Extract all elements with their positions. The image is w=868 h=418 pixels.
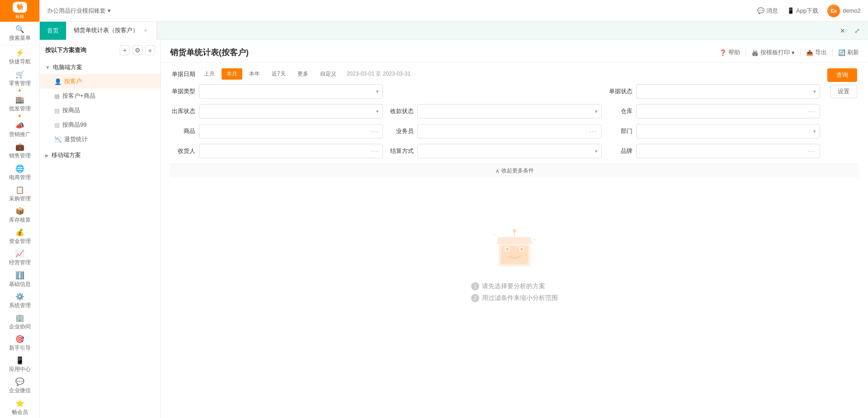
query-btn[interactable]: 查询	[827, 68, 857, 82]
scheme-by-product[interactable]: ▤ 按商品	[40, 103, 160, 118]
date-tab-last-month[interactable]: 上月	[199, 68, 220, 80]
scheme-by-customer[interactable]: 👤 按客户	[40, 74, 160, 89]
date-tab-last-7days[interactable]: 近7天	[267, 68, 291, 80]
department-arrow-icon: ▾	[813, 128, 816, 134]
salesman-label: 业务员	[388, 127, 414, 135]
product99-scheme-icon: ▤	[54, 122, 60, 128]
filter-settings-btn[interactable]: 设置	[830, 85, 857, 98]
scheme-by-product99[interactable]: ▤ 按商品99	[40, 118, 160, 132]
sidebar-item-retail[interactable]: 🛒 零售管理 ▲	[0, 68, 39, 94]
avatar: Ea	[827, 5, 840, 17]
ecommerce-label: 电商管理	[9, 174, 31, 181]
svg-point-9	[534, 238, 536, 240]
sidebar-item-basic[interactable]: ℹ️ 基础信息	[0, 269, 39, 290]
empty-state-step1: 1 请先选择要分析的方案	[471, 282, 558, 290]
receiver-dots-icon: ···	[371, 147, 379, 155]
filter-item-product: 商品 ···	[170, 124, 383, 138]
refresh-btn[interactable]: 🔄 刷新	[838, 48, 859, 57]
sidebar-item-marketing[interactable]: 📣 营销推广	[0, 119, 39, 141]
add-scheme-btn[interactable]: +	[120, 45, 130, 55]
template-print-btn[interactable]: 🖨️ 按模板打印 ▾	[751, 48, 795, 57]
warehouse-select[interactable]: ···	[636, 104, 820, 119]
message-btn[interactable]: 💬 消息	[757, 7, 778, 15]
tab-close-btn[interactable]: ×	[142, 27, 149, 34]
sidebar-item-finance[interactable]: 💰 资金管理	[0, 226, 39, 247]
corpwechat-label: 企业微信	[9, 387, 31, 394]
desktop-scheme-header[interactable]: ▼ 电脑端方案	[40, 61, 160, 74]
finance-icon: 💰	[15, 228, 24, 237]
collapse-more-btn[interactable]: ∧ 收起更多条件	[170, 164, 859, 177]
desktop-group-title: 电脑端方案	[53, 63, 82, 71]
sidebar-item-ecommerce[interactable]: 🌐 电商管理	[0, 162, 39, 183]
refresh-label: 刷新	[847, 48, 859, 57]
date-tab-this-year[interactable]: 本年	[244, 68, 265, 80]
wholesale-icon: 🏬	[15, 95, 24, 104]
tab-maximize-btn[interactable]: ⤢	[852, 25, 863, 36]
sidebar-item-wholesale[interactable]: 🏬 批发管理 ▲	[0, 94, 39, 119]
sidebar-item-corpwechat[interactable]: 💬 企业微信	[0, 375, 39, 397]
sidebar-item-quicknav[interactable]: ⚡ 快捷导航	[0, 45, 39, 68]
product-select[interactable]: ···	[199, 124, 383, 138]
mobile-scheme-header[interactable]: ▶ 移动端方案	[40, 148, 160, 162]
left-panel-title: 按以下方案查询	[45, 46, 86, 54]
tab-sales-stat[interactable]: 销货单统计表（按客户） ×	[66, 22, 157, 40]
help-btn[interactable]: ❓ 帮助	[719, 48, 740, 57]
date-tab-custom[interactable]: 自定义	[315, 68, 341, 80]
payment-status-select[interactable]: ▾	[417, 104, 601, 119]
brand-select[interactable]: ···	[636, 144, 820, 158]
app-download-btn[interactable]: 📱 App下载	[787, 7, 818, 15]
customer-scheme-label: 按客户	[64, 77, 82, 86]
out-status-arrow-icon: ▾	[376, 109, 379, 114]
doc-type-select[interactable]: ▾	[199, 84, 383, 99]
sidebar-item-search[interactable]: 🔍 搜索菜单	[0, 22, 39, 45]
user-profile[interactable]: Ea demo2	[827, 5, 861, 17]
sidebar-item-newbie[interactable]: 🎯 新手引导	[0, 332, 39, 354]
print-icon: 🖨️	[751, 49, 759, 56]
sidebar-item-system[interactable]: ⚙️ 系统管理	[0, 290, 39, 311]
corpwechat-icon: 💬	[15, 377, 24, 386]
message-icon: 💬	[757, 7, 764, 14]
scheme-by-customer-product[interactable]: ▦ 按客户+商品	[40, 89, 160, 103]
date-tab-more[interactable]: 更多	[292, 68, 313, 80]
scheme-settings-btn[interactable]: ⚙	[132, 45, 142, 55]
salesman-select[interactable]: ···	[417, 124, 601, 138]
print-arrow-icon: ▾	[792, 49, 795, 56]
receiver-select[interactable]: ···	[199, 144, 383, 158]
customer-product-scheme-icon: ▦	[54, 93, 60, 100]
enterprise-label: 企业协同	[9, 323, 31, 331]
sidebar-item-operations[interactable]: 📈 经营管理	[0, 247, 39, 269]
sidebar-item-appcenter[interactable]: 📱 应用中心	[0, 354, 39, 375]
desktop-scheme-group: ▼ 电脑端方案 👤 按客户 ▦ 按客户+商品 ▤ 按商品 ▤ 按商品99	[40, 61, 160, 147]
settlement-select[interactable]: ▾	[417, 144, 601, 158]
sidebar-search-label: 搜索菜单	[9, 34, 31, 42]
doc-status-select[interactable]: ▾	[636, 84, 820, 99]
filter-item-payment-status: 收款状态 ▾	[388, 104, 601, 119]
export-btn[interactable]: 📤 导出	[806, 48, 827, 57]
refresh-icon: 🔄	[838, 49, 845, 56]
mobile-group-title: 移动端方案	[52, 151, 81, 159]
sidebar-item-enterprise[interactable]: 🏢 企业协同	[0, 311, 39, 332]
sidebar-item-purchase[interactable]: 📋 采购管理	[0, 183, 39, 204]
tab-home[interactable]: 首页	[40, 22, 66, 40]
top-header: 办公用品行业模拟账套 ▾ 💬 消息 📱 App下载 Ea demo2	[40, 0, 868, 22]
sidebar-logo: 畅 标账	[0, 0, 39, 22]
sidebar-item-member[interactable]: ⭐ 畅会员	[0, 397, 39, 418]
tab-close-window-btn[interactable]: ✕	[837, 25, 848, 36]
operations-icon: 📈	[15, 249, 24, 258]
date-tab-this-month[interactable]: 本月	[222, 68, 242, 80]
scheme-return-stat[interactable]: 📉 退货统计	[40, 132, 160, 147]
marketing-label: 营销推广	[9, 131, 31, 138]
export-icon: 📤	[806, 49, 813, 56]
product-label: 商品	[170, 127, 195, 135]
receiver-label: 收货人	[170, 147, 195, 155]
sidebar-item-inventory[interactable]: 📦 库存核算	[0, 204, 39, 226]
newbie-icon: 🎯	[15, 335, 24, 343]
department-select[interactable]: ▾	[636, 124, 820, 138]
sidebar-item-sales[interactable]: 💼 销售管理	[0, 141, 39, 162]
purchase-icon: 📋	[15, 185, 24, 194]
out-status-select[interactable]: ▾	[199, 104, 383, 119]
filter-row-3: 商品 ··· 业务员 ···	[170, 124, 820, 138]
panel-collapse-btn[interactable]: «	[145, 45, 155, 55]
basic-icon: ℹ️	[15, 271, 24, 280]
industry-selector[interactable]: 办公用品行业模拟账套 ▾	[47, 7, 111, 15]
